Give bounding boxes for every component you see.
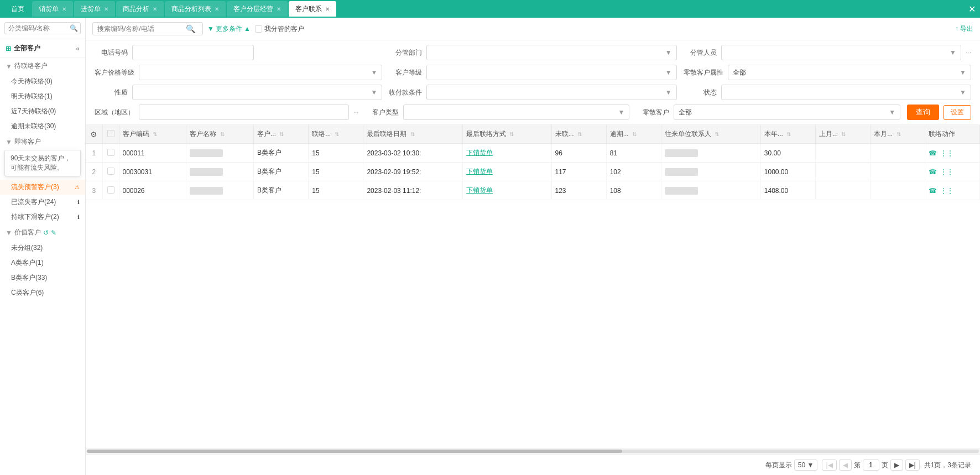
- sort-tmonth-icon[interactable]: ⇅: [896, 131, 901, 137]
- sidebar-item-a-class[interactable]: A类客户(1): [0, 255, 85, 270]
- cell-uncontacted-1: 117: [551, 163, 606, 181]
- row-checkbox-1[interactable]: [107, 168, 114, 175]
- sort-type-icon[interactable]: ⇅: [279, 131, 284, 137]
- tab-close-product-analysis-list[interactable]: ✕: [215, 6, 219, 12]
- cell-last-method-0[interactable]: 下销货单: [462, 144, 551, 163]
- sort-year-icon[interactable]: ⇅: [786, 131, 791, 137]
- filter-phone-input[interactable]: [132, 45, 254, 60]
- horizontal-scrollbar[interactable]: [86, 448, 980, 455]
- filter-customer-type-select[interactable]: ▼: [403, 105, 630, 120]
- cell-last-method-1[interactable]: 下销货单: [462, 163, 551, 181]
- sidebar-item-7day-contact[interactable]: 近7天待联络(0): [0, 104, 85, 119]
- sort-contact-icon[interactable]: ⇅: [335, 131, 339, 137]
- sidebar-group-pending[interactable]: ▼ 待联络客户: [0, 58, 85, 74]
- scrollbar-track: [87, 450, 979, 453]
- next-page-button[interactable]: ▶: [890, 460, 903, 471]
- tab-close-sales-order[interactable]: ✕: [62, 6, 66, 12]
- last-method-link-0[interactable]: 下销货单: [466, 149, 493, 156]
- filter-payment-select[interactable]: ▼: [426, 85, 676, 100]
- settings-button[interactable]: 设置: [943, 105, 971, 120]
- filter-more-icon[interactable]: ···: [966, 49, 971, 56]
- cell-last-date-0: 2023-03-02 10:30:: [363, 144, 463, 163]
- sidebar-item-today-contact[interactable]: 今天待联络(0): [0, 74, 85, 89]
- filter-region-label: 区域（地区）: [95, 108, 134, 117]
- sidebar-item-churned[interactable]: 已流失客户(24) ℹ: [0, 195, 85, 210]
- sort-overdue-icon[interactable]: ⇅: [632, 131, 637, 137]
- sort-code-icon[interactable]: ⇅: [153, 131, 157, 137]
- more-action-icon-1[interactable]: ⋮⋮: [940, 168, 953, 176]
- tab-home[interactable]: 首页: [4, 1, 31, 17]
- cell-last-method-2[interactable]: 下销货单: [462, 181, 551, 200]
- filter-dept-select[interactable]: ▼: [426, 45, 676, 60]
- sort-date-icon[interactable]: ⇅: [410, 131, 415, 137]
- row-checkbox-0[interactable]: [107, 149, 114, 156]
- filter-region-select[interactable]: [139, 105, 349, 120]
- filter-price-level-select[interactable]: ▼: [139, 65, 382, 80]
- settings-gear-icon[interactable]: ⚙: [90, 130, 97, 139]
- tab-purchase-order[interactable]: 进货单 ✕: [74, 1, 115, 17]
- chevron-down-icon5: ▼: [960, 69, 966, 76]
- filter-customer-type: 客户类型 ▼: [366, 105, 630, 120]
- edit-icon[interactable]: ✎: [51, 229, 56, 237]
- sort-lmonth-icon[interactable]: ⇅: [841, 131, 846, 137]
- col-select-all[interactable]: [102, 125, 119, 144]
- sidebar-item-overdue-contact[interactable]: 逾期未联络(30): [0, 119, 85, 134]
- tab-customer-contact[interactable]: 客户联系 ✕: [289, 1, 336, 17]
- page-number-input[interactable]: [863, 460, 879, 471]
- page-size-select[interactable]: 50 ▼: [794, 460, 818, 471]
- scrollbar-thumb[interactable]: [87, 450, 622, 453]
- sort-uncontacted-icon[interactable]: ⇅: [577, 131, 582, 137]
- sidebar-item-ungrouped[interactable]: 未分组(32): [0, 241, 85, 255]
- toolbar-search-button[interactable]: 🔍: [186, 24, 195, 33]
- query-button[interactable]: 查询: [907, 105, 939, 120]
- filter-manager-select[interactable]: ▼: [721, 45, 961, 60]
- sort-person-icon[interactable]: ⇅: [715, 131, 719, 137]
- contact-icon-1[interactable]: ☎: [929, 168, 937, 176]
- tab-close-customer-contact[interactable]: ✕: [325, 6, 330, 12]
- sort-name-icon[interactable]: ⇅: [220, 131, 225, 137]
- sidebar-item-b-class[interactable]: B类客户(33): [0, 270, 85, 285]
- filter-retail-attr-select[interactable]: 全部 ▼: [728, 65, 971, 80]
- filter-nature-select[interactable]: ▼: [132, 85, 382, 100]
- all-customers-item[interactable]: ⊞ 全部客户 «: [0, 39, 85, 58]
- contact-icon-0[interactable]: ☎: [929, 149, 937, 157]
- filter-customer-level-select[interactable]: ▼: [426, 65, 676, 80]
- first-page-button[interactable]: |◀: [822, 460, 836, 471]
- contact-icon-2[interactable]: ☎: [929, 187, 937, 195]
- sidebar-item-tomorrow-contact[interactable]: 明天待联络(1): [0, 89, 85, 104]
- cell-checkbox-2[interactable]: [102, 181, 119, 200]
- cell-checkbox-0[interactable]: [102, 144, 119, 163]
- last-method-link-1[interactable]: 下销货单: [466, 168, 493, 175]
- my-customers-checkbox[interactable]: 我分管的客户: [255, 24, 304, 34]
- filter-retail-select[interactable]: 全部 ▼: [674, 105, 900, 120]
- filter-status-select[interactable]: ▼: [721, 85, 971, 100]
- sidebar-item-c-class[interactable]: C类客户(6): [0, 285, 85, 300]
- sidebar-item-churn-warning[interactable]: 流失预警客户(3) ⚠: [0, 180, 85, 195]
- export-button[interactable]: ↑ 导出: [955, 24, 973, 34]
- more-action-icon-0[interactable]: ⋮⋮: [940, 149, 953, 157]
- filter-region-more[interactable]: ···: [353, 108, 359, 116]
- close-window-button[interactable]: ✕: [968, 4, 976, 14]
- sidebar-group-value[interactable]: ▼ 价值客户 ↺ ✎: [0, 225, 85, 241]
- tab-close-customer-layer[interactable]: ✕: [277, 6, 281, 12]
- toolbar-search-input[interactable]: [97, 25, 186, 33]
- last-method-link-2[interactable]: 下销货单: [466, 186, 493, 194]
- sidebar-group-churning[interactable]: ▼ 即将客户: [0, 134, 85, 150]
- more-conditions-button[interactable]: ▼ 更多条件 ▲: [207, 24, 251, 34]
- row-checkbox-2[interactable]: [107, 186, 114, 194]
- cell-checkbox-1[interactable]: [102, 163, 119, 181]
- tab-product-analysis-list[interactable]: 商品分析列表 ✕: [165, 1, 226, 17]
- tab-product-analysis[interactable]: 商品分析 ✕: [116, 1, 164, 17]
- tab-close-product-analysis[interactable]: ✕: [153, 6, 157, 12]
- last-page-button[interactable]: ▶|: [905, 460, 920, 471]
- tab-customer-layer[interactable]: 客户分层经营 ✕: [227, 1, 288, 17]
- prev-page-button[interactable]: ◀: [839, 460, 852, 471]
- tab-sales-order[interactable]: 销货单 ✕: [32, 1, 73, 17]
- col-settings[interactable]: ⚙: [86, 125, 102, 144]
- tab-close-purchase-order[interactable]: ✕: [104, 6, 108, 12]
- sort-method-icon[interactable]: ⇅: [509, 131, 514, 137]
- more-action-icon-2[interactable]: ⋮⋮: [940, 187, 953, 195]
- select-all-checkbox[interactable]: [107, 130, 114, 137]
- refresh-icon[interactable]: ↺: [43, 229, 49, 237]
- sidebar-item-declining[interactable]: 持续下滑客户(2) ℹ: [0, 210, 85, 225]
